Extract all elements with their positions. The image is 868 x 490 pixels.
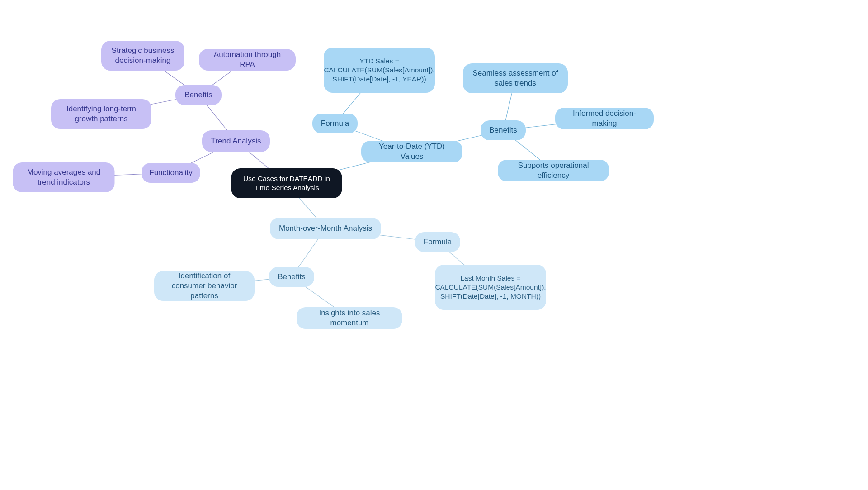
trend-benefit-3: Identifying long-term growth patterns: [59, 104, 143, 124]
ytd-formula-text: YTD Sales = CALCULATE(SUM(Sales[Amount])…: [324, 57, 434, 84]
mom-benefits-node: Benefits: [269, 267, 314, 287]
trend-functionality-node: Functionality: [142, 163, 200, 183]
trend-benefit-2: Automation through RPA: [207, 50, 288, 70]
mom-label: Month-over-Month Analysis: [279, 224, 372, 233]
ytd-benefit-2-node: Informed decision-making: [555, 108, 654, 129]
ytd-node: Year-to-Date (YTD) Values: [361, 141, 462, 162]
ytd-benefit-1: Seamless assessment of sales trends: [471, 68, 560, 88]
trend-benefit-2-node: Automation through RPA: [199, 49, 296, 71]
trend-benefits-label: Benefits: [184, 90, 212, 100]
trend-benefit-3-node: Identifying long-term growth patterns: [51, 99, 151, 129]
mom-formula-text-node: Last Month Sales = CALCULATE(SUM(Sales[A…: [435, 265, 546, 310]
mom-benefit-2-node: Insights into sales momentum: [297, 307, 402, 329]
ytd-benefit-3: Supports operational efficiency: [506, 161, 601, 181]
ytd-benefit-2: Informed decision-making: [563, 109, 646, 128]
trend-analysis-node: Trend Analysis: [202, 130, 270, 152]
trend-benefit-1: Strategic business decision-making: [109, 46, 176, 66]
ytd-benefits-label: Benefits: [489, 125, 517, 135]
mom-formula-text: Last Month Sales = CALCULATE(SUM(Sales[A…: [435, 274, 546, 301]
root-label: Use Cases for DATEADD in Time Series Ana…: [240, 174, 334, 192]
ytd-formula-label: Formula: [321, 119, 349, 128]
root-node: Use Cases for DATEADD in Time Series Ana…: [231, 168, 342, 198]
ytd-benefit-3-node: Supports operational efficiency: [498, 160, 609, 181]
ytd-benefit-1-node: Seamless assessment of sales trends: [463, 63, 568, 93]
mom-formula-label: Formula: [424, 237, 452, 247]
mom-formula-node: Formula: [415, 232, 460, 252]
ytd-formula-text-node: YTD Sales = CALCULATE(SUM(Sales[Amount])…: [324, 48, 435, 93]
trend-functionality-item: Moving averages and trend indicators: [21, 167, 107, 187]
ytd-benefits-node: Benefits: [481, 120, 526, 140]
mom-benefit-2: Insights into sales momentum: [305, 308, 394, 328]
trend-label: Trend Analysis: [211, 136, 261, 146]
trend-benefit-1-node: Strategic business decision-making: [101, 41, 184, 71]
mom-node: Month-over-Month Analysis: [270, 218, 381, 239]
trend-benefits-node: Benefits: [175, 85, 222, 105]
trend-functionality-item-node: Moving averages and trend indicators: [13, 162, 115, 192]
ytd-label: Year-to-Date (YTD) Values: [369, 142, 454, 162]
mom-benefits-label: Benefits: [278, 272, 305, 282]
mom-benefit-1: Identification of consumer behavior patt…: [162, 271, 246, 301]
ytd-formula-node: Formula: [312, 114, 358, 133]
trend-functionality-label: Functionality: [149, 168, 192, 178]
mom-benefit-1-node: Identification of consumer behavior patt…: [154, 271, 255, 301]
